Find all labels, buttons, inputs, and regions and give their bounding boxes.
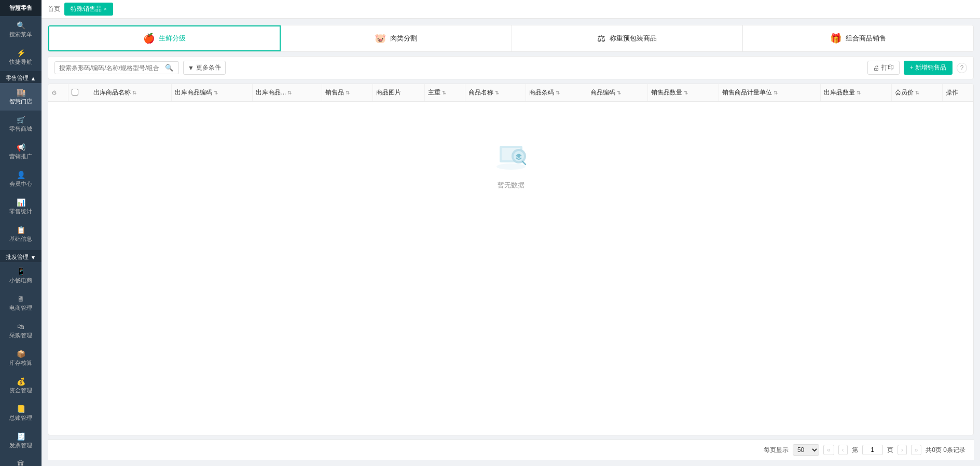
sort-gross-weight[interactable]: 主重 ⇅ bbox=[428, 88, 462, 97]
sort-code[interactable]: 商品编码 ⇅ bbox=[590, 88, 644, 97]
filter-button[interactable]: ▼ 更多条件 bbox=[183, 61, 226, 75]
retail-mall-icon: 🛒 bbox=[17, 116, 25, 124]
tab-combo-label: 组合商品销售 bbox=[846, 34, 886, 43]
sort-icon-3: ⇅ bbox=[287, 90, 292, 95]
sidebar: 智慧零售 🔍 搜索菜单 ⚡ 快捷导航 零售管理 ▲ 🏬 智慧门店 🛒 零售商城 … bbox=[0, 0, 42, 466]
sidebar-item-purchase[interactable]: 🛍 采购管理 bbox=[0, 317, 42, 345]
content-area: 🍎 生鲜分级 🐷 肉类分割 ⚖ 称重预包装商品 🎁 组合商品销售 🔍 bbox=[42, 19, 980, 466]
sidebar-item-retail-mall[interactable]: 🛒 零售商城 bbox=[0, 111, 42, 138]
search-icon[interactable]: 🔍 bbox=[165, 64, 173, 72]
basic-info-icon: 📋 bbox=[17, 226, 25, 234]
sidebar-item-ecom-mgmt[interactable]: 🖥 电商管理 bbox=[0, 290, 42, 317]
per-page-select[interactable]: 10 20 50 100 bbox=[793, 444, 819, 456]
tab-combo[interactable]: 🎁 组合商品销售 bbox=[743, 25, 973, 51]
finance-icon: 💰 bbox=[17, 377, 25, 386]
meat-cut-icon: 🐷 bbox=[375, 33, 386, 44]
empty-state: 暂无数据 bbox=[48, 102, 973, 221]
tab-meat-cut-label: 肉类分割 bbox=[390, 34, 417, 43]
retail-stats-icon: 📊 bbox=[17, 198, 25, 207]
sidebar-item-label: 会员中心 bbox=[9, 180, 32, 188]
filter-label: 更多条件 bbox=[196, 63, 221, 72]
sidebar-item-label: 库存核算 bbox=[9, 359, 32, 367]
purchase-icon: 🛍 bbox=[17, 322, 24, 331]
sort-out-name[interactable]: 出库商品名称 ⇅ bbox=[93, 88, 168, 97]
sort-sale-qty[interactable]: 销售品数量 ⇅ bbox=[651, 88, 715, 97]
sidebar-item-tax[interactable]: 🏛 税务管理 bbox=[0, 455, 42, 466]
help-button[interactable]: ? bbox=[957, 63, 967, 73]
sort-icon-12: ⇅ bbox=[915, 90, 919, 95]
sidebar-item-basic-info[interactable]: 📋 基础信息 bbox=[0, 221, 42, 248]
retail-mgmt-label: 零售管理 bbox=[6, 74, 29, 82]
sidebar-item-smart-store[interactable]: 🏬 智慧门店 bbox=[0, 83, 42, 111]
th-name: 商品名称 ⇅ bbox=[465, 84, 526, 102]
weight-pack-icon: ⚖ bbox=[597, 33, 605, 44]
pagination: 每页显示 10 20 50 100 « ‹ 第 页 › » 共0页 0条记录 bbox=[48, 440, 974, 460]
print-button[interactable]: 🖨 打印 bbox=[867, 61, 900, 75]
th-out-qty: 出库品数量 ⇅ bbox=[820, 84, 891, 102]
sidebar-item-sales-promo[interactable]: 📢 营销推广 bbox=[0, 138, 42, 166]
th-out-name: 出库商品名称 ⇅ bbox=[90, 84, 172, 102]
sidebar-section-wholesale[interactable]: 批发管理 ▼ bbox=[0, 250, 42, 262]
sort-sale-unit[interactable]: 销售商品计量单位 ⇅ bbox=[722, 88, 817, 97]
per-page-label: 每页显示 bbox=[764, 446, 789, 455]
th-out-code: 出库商品编码 ⇅ bbox=[171, 84, 253, 102]
svg-line-6 bbox=[522, 161, 526, 165]
sidebar-item-retail-stats[interactable]: 📊 零售统计 bbox=[0, 193, 42, 221]
th-sale-qty: 销售品数量 ⇅ bbox=[648, 84, 719, 102]
table-body: 暂无数据 bbox=[48, 102, 973, 222]
sort-out-qty[interactable]: 出库品数量 ⇅ bbox=[824, 88, 888, 97]
col-gross-weight: 主重 bbox=[428, 88, 440, 97]
tab-weight-pack[interactable]: ⚖ 称重预包装商品 bbox=[512, 25, 743, 51]
sidebar-item-search-order[interactable]: 🔍 搜索菜单 bbox=[0, 16, 42, 44]
sidebar-item-label: 资金管理 bbox=[9, 387, 32, 394]
sidebar-item-mini-ecom[interactable]: 📱 小畅电商 bbox=[0, 262, 42, 290]
tab-fresh-grade[interactable]: 🍎 生鲜分级 bbox=[48, 25, 281, 51]
tab-weight-pack-label: 称重预包装商品 bbox=[610, 34, 657, 43]
page-input[interactable] bbox=[862, 445, 883, 455]
select-all-checkbox[interactable] bbox=[72, 89, 78, 95]
prev-page-button[interactable]: ‹ bbox=[838, 445, 848, 455]
member-center-icon: 👤 bbox=[17, 171, 25, 179]
sidebar-item-member-center[interactable]: 👤 会员中心 bbox=[0, 166, 42, 193]
sort-out-spec[interactable]: 出库商品... ⇅ bbox=[256, 88, 319, 97]
last-page-button[interactable]: » bbox=[911, 445, 922, 455]
gear-icon[interactable]: ⚙ bbox=[51, 89, 57, 97]
sort-barcode[interactable]: 商品条码 ⇅ bbox=[529, 88, 583, 97]
sort-icon: ⇅ bbox=[132, 90, 136, 95]
expand-icon-2: ▼ bbox=[31, 254, 36, 261]
expand-icon: ▲ bbox=[31, 75, 36, 81]
sort-name[interactable]: 商品名称 ⇅ bbox=[468, 88, 522, 97]
search-box: 🔍 bbox=[54, 61, 179, 74]
category-tabs: 🍎 生鲜分级 🐷 肉类分割 ⚖ 称重预包装商品 🎁 组合商品销售 bbox=[48, 25, 974, 52]
col-sale-item: 销售品 bbox=[325, 88, 344, 97]
sidebar-item-label: 基础信息 bbox=[9, 235, 32, 243]
home-tab[interactable]: 首页 bbox=[48, 5, 60, 13]
sort-out-code[interactable]: 出库商品编码 ⇅ bbox=[175, 88, 250, 97]
sidebar-section-retail[interactable]: 零售管理 ▲ bbox=[0, 71, 42, 83]
next-page-button[interactable]: › bbox=[898, 445, 907, 455]
add-button[interactable]: + 新增销售品 bbox=[904, 61, 953, 75]
sidebar-item-quick-nav[interactable]: ⚡ 快捷导航 bbox=[0, 44, 42, 71]
sidebar-item-invoice[interactable]: 🧾 发票管理 bbox=[0, 427, 42, 455]
th-setting[interactable]: ⚙ bbox=[48, 84, 68, 102]
smart-store-icon: 🏬 bbox=[17, 88, 25, 97]
main-content: 首页 特殊销售品 × 🍎 生鲜分级 🐷 肉类分割 ⚖ 称重预包装商品 🎁 组合商… bbox=[42, 0, 980, 466]
sidebar-item-finance[interactable]: 💰 资金管理 bbox=[0, 372, 42, 400]
ledger-icon: 📒 bbox=[17, 405, 25, 413]
empty-cell: 暂无数据 bbox=[48, 102, 973, 222]
sort-sale-item[interactable]: 销售品 ⇅ bbox=[325, 88, 369, 97]
th-checkbox[interactable] bbox=[68, 84, 90, 102]
th-out-spec: 出库商品... ⇅ bbox=[253, 84, 322, 102]
th-sale-item: 销售品 ⇅ bbox=[322, 84, 373, 102]
sidebar-item-label: 发票管理 bbox=[9, 442, 32, 449]
tab-meat-cut[interactable]: 🐷 肉类分割 bbox=[281, 25, 512, 51]
sort-member-price[interactable]: 会员价 ⇅ bbox=[895, 88, 939, 97]
search-input[interactable] bbox=[59, 64, 163, 72]
tab-close-icon[interactable]: × bbox=[104, 6, 107, 12]
active-tab[interactable]: 特殊销售品 × bbox=[64, 3, 113, 16]
first-page-button[interactable]: « bbox=[823, 445, 834, 455]
sidebar-item-ledger[interactable]: 📒 总账管理 bbox=[0, 400, 42, 427]
add-label: + 新增销售品 bbox=[910, 63, 946, 72]
sort-icon-10: ⇅ bbox=[774, 90, 778, 95]
sidebar-item-inventory[interactable]: 📦 库存核算 bbox=[0, 345, 42, 372]
